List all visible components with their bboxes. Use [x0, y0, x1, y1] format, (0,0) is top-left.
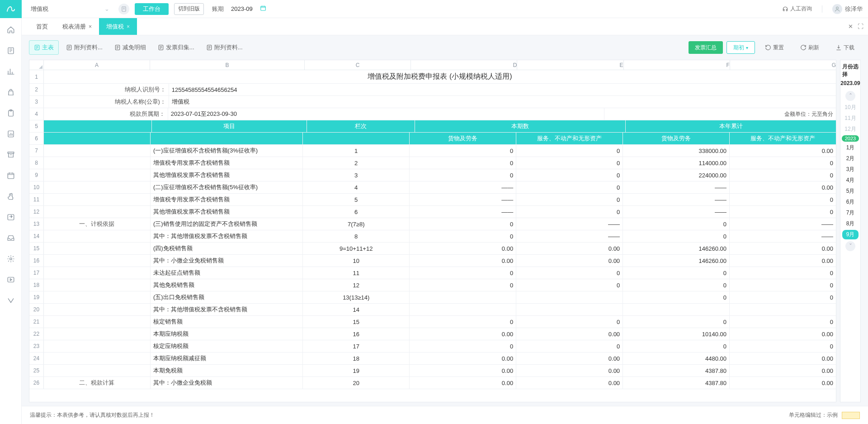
month-item-4月[interactable]: 4月 — [842, 176, 859, 185]
cell[interactable]: 0.00 — [730, 328, 836, 340]
nav-archive-icon[interactable] — [0, 146, 22, 164]
cell[interactable]: 0 — [516, 145, 623, 157]
cell[interactable]: —— — [410, 194, 516, 205]
cell[interactable]: 0.00 — [516, 255, 623, 267]
cell[interactable]: 0.00 — [410, 255, 516, 267]
cell[interactable] — [516, 304, 623, 315]
nav-vip-icon[interactable] — [0, 291, 22, 310]
row-number[interactable]: 8 — [29, 157, 44, 169]
switch-old-button[interactable]: 切到旧版 — [174, 3, 204, 15]
cell[interactable]: 0 — [623, 316, 730, 328]
cell[interactable]: 0.00 — [516, 377, 623, 389]
row-number[interactable]: 5 — [29, 120, 44, 132]
row-number[interactable]: 3 — [29, 96, 44, 108]
nav-home-icon[interactable] — [0, 21, 22, 39]
cell[interactable]: 0.00 — [730, 353, 836, 364]
subtab-附列资料...[interactable]: 附列资料... — [61, 40, 107, 55]
row-number[interactable]: 20 — [29, 304, 44, 315]
cell[interactable]: 10140.00 — [623, 328, 730, 340]
tabs-expand-icon[interactable]: ⛶ — [858, 23, 863, 30]
month-item-7月[interactable]: 7月 — [842, 208, 859, 218]
refresh-button[interactable]: 刷新 — [794, 41, 826, 54]
row-number[interactable]: 24 — [29, 353, 44, 364]
cell[interactable]: 0 — [410, 157, 516, 169]
nav-settings-icon[interactable] — [0, 250, 22, 268]
spreadsheet[interactable]: A B C D E F G 1增值税及附加税费申报表 (小规模纳税人适用)2纳税… — [29, 60, 836, 402]
close-icon[interactable]: × — [127, 24, 130, 30]
nav-calendar-icon[interactable] — [0, 167, 22, 185]
cell[interactable]: 114000.00 — [623, 157, 730, 169]
month-item-2月[interactable]: 2月 — [842, 154, 859, 163]
cell[interactable]: 0 — [730, 206, 836, 218]
row-number[interactable]: 7 — [29, 145, 44, 157]
cell[interactable]: 0 — [410, 279, 516, 291]
tenant-select[interactable]: 增值税 ⌄ — [27, 3, 113, 15]
workbench-button[interactable]: 工作台 — [135, 3, 169, 15]
cell[interactable]: 0 — [730, 267, 836, 279]
cell[interactable]: 0 — [730, 291, 836, 303]
nav-hand-icon[interactable] — [0, 187, 22, 205]
row-number[interactable]: 19 — [29, 291, 44, 303]
reset-button[interactable]: 重置 — [759, 41, 790, 54]
cell[interactable]: —— — [730, 218, 836, 230]
cell[interactable]: 0 — [410, 145, 516, 157]
row-number[interactable]: 4 — [29, 108, 44, 120]
row-number[interactable]: 6 — [29, 133, 44, 144]
cell[interactable]: —— — [623, 206, 730, 218]
cell[interactable]: 0 — [516, 340, 623, 352]
cell[interactable] — [730, 304, 836, 315]
month-item-5月[interactable]: 5月 — [842, 186, 859, 196]
cell[interactable]: 0.00 — [730, 365, 836, 376]
page-tab-税表清册[interactable]: 税表清册× — [55, 18, 99, 35]
cell[interactable] — [410, 304, 516, 315]
nav-report-icon[interactable] — [0, 125, 22, 143]
cell[interactable]: 146260.00 — [623, 255, 730, 267]
col-header-C[interactable]: C — [305, 60, 411, 70]
cell[interactable]: 0.00 — [410, 243, 516, 254]
cell[interactable]: 0 — [730, 194, 836, 205]
cell[interactable]: 224000.00 — [623, 169, 730, 181]
cell[interactable]: 0.00 — [410, 377, 516, 389]
cell[interactable]: —— — [410, 181, 516, 193]
cell[interactable]: —— — [623, 194, 730, 205]
month-prev-button[interactable]: ˄ — [845, 91, 855, 101]
month-item-6月[interactable]: 6月 — [842, 197, 859, 207]
row-number[interactable]: 18 — [29, 279, 44, 291]
nav-inbox-icon[interactable] — [0, 229, 22, 247]
col-header-A[interactable]: A — [44, 60, 150, 70]
cell[interactable]: 0 — [516, 279, 623, 291]
cell[interactable]: 0.00 — [410, 353, 516, 364]
cell[interactable]: 0.00 — [516, 353, 623, 364]
cell[interactable] — [410, 291, 516, 303]
cell[interactable]: 0 — [410, 340, 516, 352]
topbar-doc-icon[interactable] — [118, 4, 129, 14]
cell[interactable]: 0 — [516, 267, 623, 279]
invoice-summary-button[interactable]: 发票汇总 — [689, 41, 723, 54]
close-icon[interactable]: × — [89, 24, 92, 30]
cell[interactable]: 0.00 — [730, 255, 836, 267]
cell[interactable]: 0.00 — [410, 328, 516, 340]
row-number[interactable]: 25 — [29, 365, 44, 376]
cell[interactable]: 0 — [623, 218, 730, 230]
cell[interactable]: 0.00 — [516, 365, 623, 376]
cell[interactable]: 0 — [516, 181, 623, 193]
row-number[interactable]: 21 — [29, 316, 44, 328]
consult-link[interactable]: 人工咨询 — [782, 5, 812, 13]
col-header-G[interactable]: G — [730, 60, 836, 70]
cell[interactable]: 0 — [730, 316, 836, 328]
cell[interactable]: 0 — [730, 169, 836, 181]
calendar-icon[interactable] — [260, 5, 266, 13]
cell[interactable]: 0 — [623, 340, 730, 352]
cell[interactable]: 0.00 — [516, 328, 623, 340]
month-item-3月[interactable]: 3月 — [842, 165, 859, 174]
month-item-8月[interactable]: 8月 — [842, 219, 859, 229]
cell[interactable]: 0 — [516, 316, 623, 328]
cell[interactable]: 0.00 — [730, 145, 836, 157]
cell[interactable]: 0 — [516, 194, 623, 205]
subtab-减免明细[interactable]: 减免明细 — [110, 40, 151, 55]
cell[interactable]: 0 — [410, 230, 516, 242]
cell[interactable]: 0.00 — [516, 243, 623, 254]
row-number[interactable]: 9 — [29, 169, 44, 181]
cell[interactable]: —— — [516, 230, 623, 242]
col-header-B[interactable]: B — [150, 60, 305, 70]
